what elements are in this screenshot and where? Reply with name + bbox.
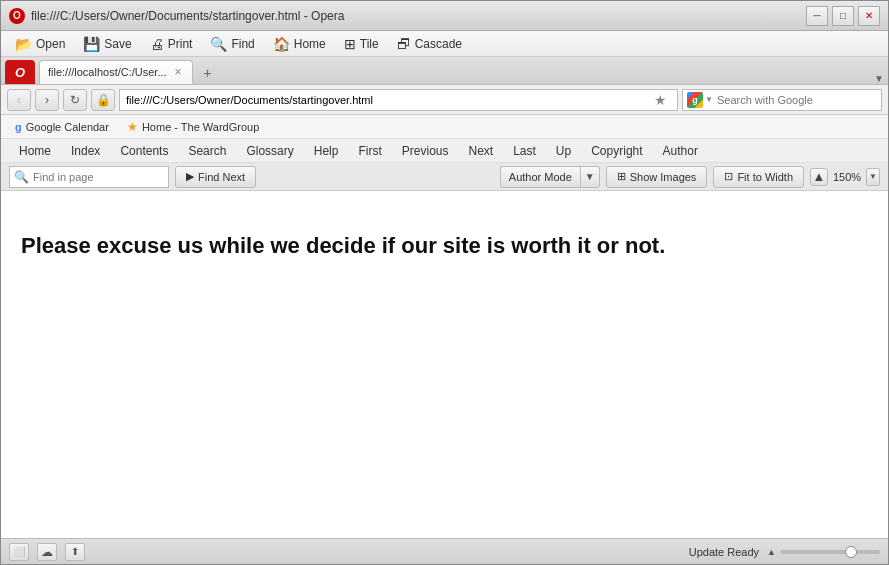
cascade-icon: 🗗 — [397, 36, 411, 52]
nav-toolbar: Home Index Contents Search Glossary Help… — [1, 139, 888, 163]
show-images-label: Show Images — [630, 171, 697, 183]
close-button[interactable]: ✕ — [858, 6, 880, 26]
author-mode-control: Author Mode ▼ — [500, 166, 600, 188]
find-next-icon: ▶ — [186, 170, 194, 183]
bookmark-wardgroup-label: Home - The WardGroup — [142, 121, 259, 133]
find-icon: 🔍 — [210, 36, 227, 52]
menu-cascade[interactable]: 🗗 Cascade — [389, 33, 470, 55]
find-next-label: Find Next — [198, 171, 245, 183]
opera-tab-icon: O — [15, 65, 25, 80]
nav-index[interactable]: Index — [61, 142, 110, 160]
nav-home[interactable]: Home — [9, 142, 61, 160]
status-icon-upload[interactable]: ⬆ — [65, 543, 85, 561]
status-bar: ⬜ ☁ ⬆ Update Ready ▲ — [1, 538, 888, 564]
search-input[interactable] — [717, 94, 877, 106]
nav-previous[interactable]: Previous — [392, 142, 459, 160]
nav-first[interactable]: First — [348, 142, 391, 160]
minimize-button[interactable]: ─ — [806, 6, 828, 26]
star-icon: ★ — [127, 120, 138, 134]
menu-home-label: Home — [294, 37, 326, 51]
nav-up[interactable]: Up — [546, 142, 581, 160]
menu-save-label: Save — [104, 37, 131, 51]
bookmark-google-calendar-label: Google Calendar — [26, 121, 109, 133]
menu-tile[interactable]: ⊞ Tile — [336, 33, 387, 55]
menu-open-label: Open — [36, 37, 65, 51]
address-field[interactable]: ★ — [119, 89, 678, 111]
zoom-dropdown-button[interactable]: ▼ — [866, 168, 880, 186]
nav-copyright[interactable]: Copyright — [581, 142, 652, 160]
find-input[interactable] — [33, 171, 153, 183]
menu-tile-label: Tile — [360, 37, 379, 51]
main-content-text: Please excuse us while we decide if our … — [21, 231, 868, 262]
tab-label: file:///localhost/C:/User... — [48, 66, 167, 78]
find-magnify-icon: 🔍 — [14, 170, 29, 184]
author-mode-arrow-icon: ▼ — [585, 171, 595, 182]
bookmark-google-calendar[interactable]: g Google Calendar — [7, 119, 117, 135]
nav-next[interactable]: Next — [458, 142, 503, 160]
menu-open[interactable]: 📂 Open — [7, 33, 73, 55]
menu-find[interactable]: 🔍 Find — [202, 33, 262, 55]
opera-logo-tab[interactable]: O — [5, 60, 35, 84]
url-input[interactable] — [126, 94, 650, 106]
open-icon: 📂 — [15, 36, 32, 52]
window-controls: ─ □ ✕ — [806, 6, 880, 26]
menu-print[interactable]: 🖨 Print — [142, 33, 201, 55]
nav-glossary[interactable]: Glossary — [236, 142, 303, 160]
new-tab-button[interactable]: + — [197, 62, 219, 84]
search-chevron-icon[interactable]: ▼ — [705, 95, 713, 104]
bookmark-wardgroup[interactable]: ★ Home - The WardGroup — [119, 118, 267, 136]
status-icon-cloud[interactable]: ☁ — [37, 543, 57, 561]
tab-list-button[interactable]: ▼ — [874, 73, 884, 84]
nav-contents[interactable]: Contents — [110, 142, 178, 160]
google-icon: g — [687, 92, 703, 108]
browser-window: O file:///C:/Users/Owner/Documents/start… — [0, 0, 889, 565]
tab-bar-right: ▼ — [219, 73, 888, 84]
slider-up-icon: ▲ — [767, 547, 776, 557]
slider-thumb[interactable] — [845, 546, 857, 558]
find-next-button[interactable]: ▶ Find Next — [175, 166, 256, 188]
nav-search[interactable]: Search — [178, 142, 236, 160]
author-mode-dropdown[interactable]: ▼ — [580, 166, 600, 188]
menu-find-label: Find — [231, 37, 254, 51]
save-icon: 💾 — [83, 36, 100, 52]
status-slider-wrap: ▲ — [767, 547, 880, 557]
address-bar: ‹ › ↻ 🔒 ★ g ▼ — [1, 85, 888, 115]
status-text: Update Ready — [93, 546, 759, 558]
forward-button[interactable]: › — [35, 89, 59, 111]
show-images-icon: ⊞ — [617, 170, 626, 183]
menu-save[interactable]: 💾 Save — [75, 33, 139, 55]
menu-bar: 📂 Open 💾 Save 🖨 Print 🔍 Find 🏠 Home ⊞ Ti… — [1, 31, 888, 57]
zoom-value: 150% — [832, 171, 862, 183]
active-tab[interactable]: file:///localhost/C:/User... × — [39, 60, 193, 84]
maximize-button[interactable]: □ — [832, 6, 854, 26]
find-toolbar: 🔍 ▶ Find Next Author Mode ▼ ⊞ Show Image… — [1, 163, 888, 191]
tab-close-button[interactable]: × — [173, 64, 184, 80]
nav-last[interactable]: Last — [503, 142, 546, 160]
title-bar: O file:///C:/Users/Owner/Documents/start… — [1, 1, 888, 31]
reload-button[interactable]: ↻ — [63, 89, 87, 111]
fit-to-width-button[interactable]: ⊡ Fit to Width — [713, 166, 804, 188]
search-engine-selector[interactable]: g ▼ — [687, 92, 713, 108]
print-icon: 🖨 — [150, 36, 164, 52]
tab-bar: O file:///localhost/C:/User... × + ▼ — [1, 57, 888, 85]
author-mode-label: Author Mode — [509, 171, 572, 183]
status-icon-window[interactable]: ⬜ — [9, 543, 29, 561]
home-icon: 🏠 — [273, 36, 290, 52]
author-mode-button[interactable]: Author Mode — [500, 166, 580, 188]
fit-to-width-icon: ⊡ — [724, 170, 733, 183]
bookmark-star-icon[interactable]: ★ — [654, 92, 667, 108]
menu-home[interactable]: 🏠 Home — [265, 33, 334, 55]
google-calendar-icon: g — [15, 121, 22, 133]
status-slider[interactable] — [780, 550, 880, 554]
find-input-wrap[interactable]: 🔍 — [9, 166, 169, 188]
back-button[interactable]: ‹ — [7, 89, 31, 111]
menu-cascade-label: Cascade — [415, 37, 462, 51]
nav-author[interactable]: Author — [653, 142, 708, 160]
window-title: file:///C:/Users/Owner/Documents/startin… — [31, 9, 806, 23]
show-images-button[interactable]: ⊞ Show Images — [606, 166, 708, 188]
nav-help[interactable]: Help — [304, 142, 349, 160]
security-button[interactable]: 🔒 — [91, 89, 115, 111]
menu-print-label: Print — [168, 37, 193, 51]
opera-icon: O — [9, 8, 25, 24]
zoom-up-button[interactable]: ▲ — [810, 168, 828, 186]
